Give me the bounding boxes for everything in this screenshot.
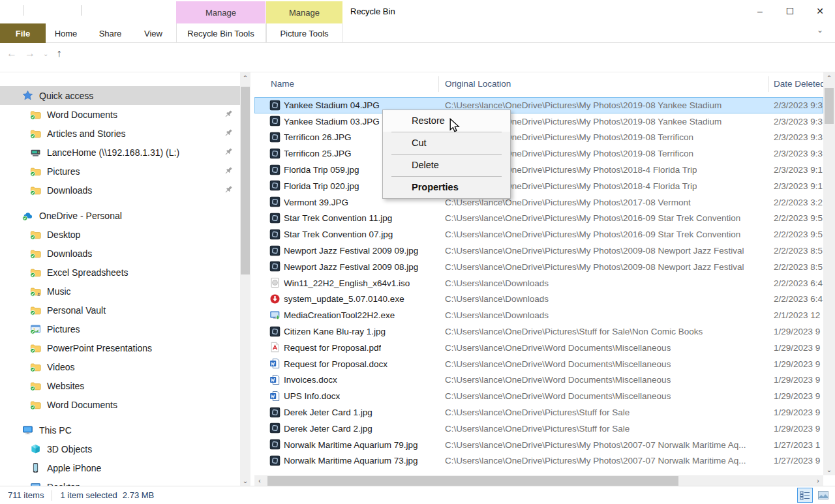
file-date-deleted: 2/3/2023 9:3 (774, 132, 823, 142)
file-row[interactable]: Citizen Kane Blu-ray 1.jpgC:\Users\lance… (254, 323, 823, 340)
ribbon-tab-file[interactable]: File (0, 23, 46, 43)
sidebar-item-label: 3D Objects (47, 444, 92, 454)
sidebar-item-videos[interactable]: Videos (0, 357, 240, 376)
sidebar-scrollbar-thumb[interactable] (241, 87, 250, 274)
file-row[interactable]: Derek Jeter Card 1.jpgC:\Users\lance\One… (254, 404, 823, 421)
scroll-up-icon[interactable]: ⌃ (823, 72, 835, 83)
file-row[interactable]: Win11_22H2_English_x64v1.isoC:\Users\lan… (254, 275, 823, 291)
sidebar-section-quick-access[interactable]: Quick access (0, 86, 240, 105)
scroll-left-icon[interactable]: ‹ (254, 475, 265, 486)
column-header-location[interactable]: Original Location (445, 79, 511, 89)
sidebar-item-personal-vault[interactable]: Personal Vault (0, 301, 240, 319)
qat-separator (23, 5, 23, 16)
file-name: system_update_5.07.0140.exe (284, 294, 404, 304)
ribbon-tab-home[interactable]: Home (46, 23, 86, 43)
sidebar-scrollbar[interactable]: ⌃ ⌄ (240, 72, 250, 486)
close-button[interactable]: ✕ (805, 0, 835, 22)
maximize-button[interactable]: ☐ (775, 0, 805, 22)
file-original-location: C:\Users\lance\OneDrive\Pictures\Stuff f… (445, 327, 703, 336)
file-row[interactable]: Derek Jeter Card 2.jpgC:\Users\lance\One… (254, 421, 823, 437)
sidebar-item-apple-iphone[interactable]: Apple iPhone (0, 458, 240, 477)
sidebar-item-lancehome-192-168-1-31-l-[interactable]: LanceHome (\\192.168.1.31) (L:) (0, 143, 240, 162)
back-icon[interactable]: ← (7, 48, 17, 59)
column-header-name[interactable]: Name (271, 79, 294, 89)
sidebar-item-label: LanceHome (\\192.168.1.31) (L:) (47, 147, 179, 158)
ribbon-tab-picture-tools[interactable]: Picture Tools (266, 23, 342, 43)
list-vertical-scrollbar[interactable]: ⌃ ⌄ (823, 72, 835, 475)
ribbon-tab-view[interactable]: View (133, 23, 174, 43)
file-row[interactable]: Request for Proposal.docxC:\Users\lance\… (254, 356, 823, 372)
sidebar-item-3d-objects[interactable]: 3D Objects (0, 439, 240, 458)
sidebar-item-articles-and-stories[interactable]: Articles and Stories (0, 124, 240, 143)
scroll-down-icon[interactable]: ⌄ (823, 464, 835, 475)
file-row[interactable]: UPS Info.docxC:\Users\lance\OneDrive\Wor… (254, 388, 823, 404)
folder-plain-icon[interactable] (46, 4, 59, 17)
scroll-up-icon[interactable]: ⌃ (240, 72, 250, 83)
context-menu-item-restore[interactable]: Restore (383, 110, 510, 132)
file-row[interactable]: MediaCreationTool22H2.exeC:\Users\lance\… (254, 307, 823, 323)
jpg-photo-icon (269, 325, 281, 337)
recycle-bin-icon[interactable] (5, 4, 18, 17)
file-row[interactable]: Norwalk Maritime Aquarium 79.jpgC:\Users… (254, 437, 823, 453)
sidebar-section-this-pc[interactable]: This PC (0, 421, 240, 439)
sidebar-section-onedrive-personal[interactable]: OneDrive - Personal (0, 206, 240, 225)
file-row[interactable]: Yankee Stadium 04.JPGC:\Users\lance\OneD… (254, 97, 823, 113)
scroll-right-icon[interactable]: › (813, 475, 823, 486)
details-view-button[interactable] (797, 488, 813, 503)
hscrollbar-thumb[interactable] (267, 476, 678, 486)
file-name: Request for Proposal.docx (284, 359, 387, 369)
context-menu-item-delete[interactable]: Delete (383, 155, 510, 176)
sidebar-item-music[interactable]: Music (0, 282, 240, 301)
list-horizontal-scrollbar[interactable]: ‹ › (254, 475, 823, 486)
file-original-location: C:\Users\lance\OneDrive\Pictures\Stuff f… (445, 424, 630, 434)
forward-icon[interactable]: → (25, 48, 35, 59)
sidebar-item-word-documents[interactable]: Word Documents (0, 105, 240, 124)
file-row[interactable]: Request for Proposal.pdfC:\Users\lance\O… (254, 340, 823, 356)
recent-locations-icon[interactable]: ⌄ (43, 50, 48, 57)
file-row[interactable]: Star Trek Convention 11.jpgC:\Users\lanc… (254, 211, 823, 227)
qat-dropdown-icon[interactable] (63, 4, 76, 17)
jpg-photo-icon (269, 213, 281, 224)
file-row[interactable]: Newport Jazz Festival 2009 09.jpgC:\User… (254, 243, 823, 259)
sidebar-item-downloads[interactable]: Downloads (0, 244, 240, 263)
file-name: Invoices.docx (284, 375, 337, 385)
minimize-button[interactable]: – (745, 0, 775, 22)
up-icon[interactable]: ↑ (56, 48, 61, 59)
jpg-photo-icon (269, 180, 281, 192)
sidebar-item-desktop[interactable]: Desktop (0, 477, 240, 486)
sidebar-item-powerpoint-presentations[interactable]: PowerPoint Presentations (0, 338, 240, 357)
sidebar-item-pictures[interactable]: Pictures (0, 319, 240, 338)
file-row[interactable]: Terrificon 25.JPGC:\Users\lance\OneDrive… (254, 145, 823, 162)
ribbon-tab-share[interactable]: Share (90, 23, 130, 43)
address-toolbar: ← → ⌄ ↑ › Recycle Bin ⌄ Search Recycle B… (0, 43, 835, 72)
context-menu-item-cut[interactable]: Cut (383, 132, 510, 154)
file-date-deleted: 1/29/2023 9 (774, 327, 823, 336)
file-row[interactable]: Yankee Stadium 03.JPGC:\Users\lance\OneD… (254, 113, 823, 130)
context-menu-item-properties[interactable]: Properties (383, 177, 510, 198)
file-row[interactable]: Newport Jazz Festival 2009 08.jpgC:\User… (254, 259, 823, 275)
collapse-ribbon-icon[interactable]: ⌄ (817, 25, 823, 35)
file-row[interactable]: Vermont 39.JPGC:\Users\lance\OneDrive\Pi… (254, 194, 823, 211)
sidebar-item-downloads[interactable]: Downloads (0, 181, 240, 200)
list-scrollbar-thumb[interactable] (825, 88, 834, 124)
file-row[interactable]: Florida Trip 020.jpgC:\Users\lance\OneDr… (254, 178, 823, 194)
file-row[interactable]: Norwalk Maritime Aquarium 73.jpgC:\Users… (254, 453, 823, 469)
file-row[interactable]: Star Trek Convention 07.jpgC:\Users\lanc… (254, 226, 823, 243)
sidebar-item-websites[interactable]: Websites (0, 376, 240, 395)
checkbox-icon[interactable] (28, 4, 41, 17)
column-header-date[interactable]: Date Deleted (774, 79, 823, 89)
file-row[interactable]: Invoices.docxC:\Users\lance\OneDrive\Wor… (254, 372, 823, 389)
sidebar-item-excel-spreadsheets[interactable]: Excel Spreadsheets (0, 263, 240, 282)
scroll-down-icon[interactable]: ⌄ (240, 475, 250, 486)
sidebar-item-pictures[interactable]: Pictures (0, 162, 240, 181)
thumbnail-view-button[interactable] (815, 488, 831, 503)
ribbon-tab-recycle-bin-tools[interactable]: Recycle Bin Tools (176, 23, 266, 43)
sidebar-item-desktop[interactable]: Desktop (0, 225, 240, 244)
file-row[interactable]: Florida Trip 059.jpgC:\Users\lance\OneDr… (254, 162, 823, 178)
file-name: Derek Jeter Card 1.jpg (284, 408, 372, 417)
sidebar-item-label: Music (47, 286, 71, 297)
sidebar-item-word-documents[interactable]: Word Documents (0, 395, 240, 414)
file-row[interactable]: system_update_5.07.0140.exeC:\Users\lanc… (254, 291, 823, 308)
file-original-location: C:\Users\lance\OneDrive\Word Documents\M… (445, 375, 671, 385)
file-row[interactable]: Terrificon 26.JPGC:\Users\lance\OneDrive… (254, 130, 823, 146)
